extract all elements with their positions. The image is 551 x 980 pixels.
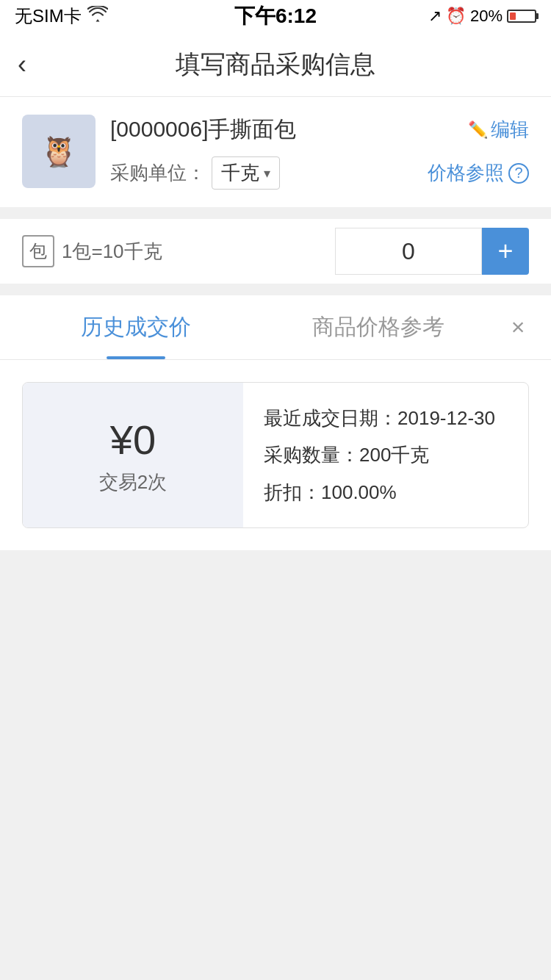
tabs-close-button[interactable]: ×	[500, 309, 536, 346]
discount-value: 100.00%	[321, 481, 397, 503]
quantity-controls: 0 +	[335, 228, 529, 275]
product-name: [0000006]手撕面包	[110, 115, 296, 145]
product-info: [0000006]手撕面包 ✏️ 编辑 采购单位： 千克 ▾ 价格参照 ?	[110, 115, 529, 190]
nav-bar: ‹ 填写商品采购信息	[0, 32, 551, 97]
quantity-value: 0	[402, 238, 415, 265]
discount-label: 折扣：	[264, 481, 321, 503]
qty-label: 采购数量：	[264, 444, 359, 466]
chevron-down-icon: ▾	[264, 165, 270, 181]
battery-percent: 20%	[470, 7, 503, 26]
wifi-icon	[87, 6, 108, 26]
product-thumbnail: 🦉	[22, 115, 96, 188]
qty-detail-value: 200千克	[359, 444, 429, 466]
quantity-left: 包 1包=10千克	[22, 235, 162, 267]
status-right: ↗ ⏰ 20%	[428, 7, 536, 26]
card-left: ¥0 交易2次	[23, 383, 243, 527]
page-title: 填写商品采购信息	[176, 48, 375, 82]
tabs-header: 历史成交价 商品价格参考 ×	[0, 295, 551, 360]
date-value: 2019-12-30	[397, 407, 495, 429]
tabs-section: 历史成交价 商品价格参考 × ¥0 交易2次 最近成交日期：2019-12-30…	[0, 295, 551, 550]
quantity-plus-button[interactable]: +	[482, 228, 529, 275]
unit-label: 采购单位：	[110, 160, 206, 186]
bag-unit-note: 1包=10千克	[62, 239, 162, 264]
battery-indicator	[507, 10, 536, 23]
card-discount-row: 折扣：100.00%	[264, 479, 508, 505]
card-price: ¥0	[110, 416, 156, 464]
tab-history-price[interactable]: 历史成交价	[15, 295, 257, 359]
bag-unit-icon: 包	[22, 235, 54, 267]
carrier-text: 无SIM卡	[15, 4, 82, 28]
price-ref-label: 价格参照	[428, 160, 504, 186]
page-background	[0, 550, 551, 844]
status-left: 无SIM卡	[15, 4, 108, 28]
product-unit-row: 采购单位： 千克 ▾ 价格参照 ?	[110, 156, 529, 190]
product-header: [0000006]手撕面包 ✏️ 编辑	[110, 115, 529, 145]
back-button[interactable]: ‹	[18, 49, 26, 80]
product-section: 🦉 [0000006]手撕面包 ✏️ 编辑 采购单位： 千克 ▾ 价格参照 ?	[0, 97, 551, 207]
alarm-icon: ⏰	[446, 7, 466, 26]
card-qty-row: 采购数量：200千克	[264, 442, 508, 468]
edit-label: 编辑	[491, 117, 529, 143]
info-icon: ?	[508, 163, 529, 184]
quantity-input[interactable]: 0	[335, 228, 482, 275]
card-right: 最近成交日期：2019-12-30 采购数量：200千克 折扣：100.00%	[243, 383, 528, 527]
card-date-row: 最近成交日期：2019-12-30	[264, 405, 508, 431]
status-bar: 无SIM卡 下午6:12 ↗ ⏰ 20%	[0, 0, 551, 32]
price-reference-button[interactable]: 价格参照 ?	[428, 160, 529, 186]
bag-label: 包	[29, 239, 47, 263]
status-time: 下午6:12	[234, 2, 317, 30]
product-thumb-icon: 🦉	[40, 134, 77, 169]
tab-active-indicator	[107, 356, 165, 359]
section-divider-1	[0, 207, 551, 219]
location-icon: ↗	[428, 7, 442, 26]
unit-select-dropdown[interactable]: 千克 ▾	[212, 156, 280, 190]
quantity-row: 包 1包=10千克 0 +	[0, 219, 551, 284]
tab-product-ref-label: 商品价格参考	[312, 312, 444, 342]
card-transactions: 交易2次	[99, 469, 167, 495]
unit-selector-group: 采购单位： 千克 ▾	[110, 156, 280, 190]
tab-history-label: 历史成交价	[81, 312, 191, 342]
tab-product-price-ref[interactable]: 商品价格参考	[257, 295, 500, 359]
history-card: ¥0 交易2次 最近成交日期：2019-12-30 采购数量：200千克 折扣：…	[22, 382, 529, 528]
date-label: 最近成交日期：	[264, 407, 397, 429]
edit-icon: ✏️	[468, 120, 488, 140]
unit-value: 千克	[221, 160, 259, 186]
edit-button[interactable]: ✏️ 编辑	[468, 117, 529, 143]
history-content: ¥0 交易2次 最近成交日期：2019-12-30 采购数量：200千克 折扣：…	[0, 360, 551, 550]
